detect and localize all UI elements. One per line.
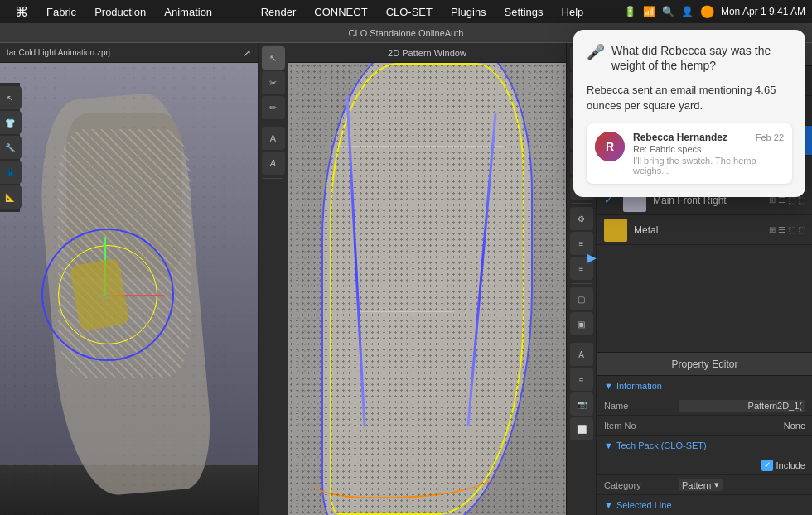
- tool-text-a1[interactable]: A: [262, 127, 285, 150]
- menu-help[interactable]: Help: [553, 4, 592, 20]
- menu-render[interactable]: Render: [253, 4, 305, 20]
- include-label: Include: [776, 460, 805, 470]
- ai-chat-popup: 🎤 What did Rebecca say was the weight of…: [573, 30, 805, 197]
- left-3d-panel: tar Cold Light Animation.zprj ↗: [0, 43, 259, 515]
- chevron-down-icon: ▾: [714, 479, 719, 490]
- rt-box2[interactable]: ▣: [570, 312, 593, 335]
- selected-line-chevron: ▼: [604, 500, 613, 510]
- menu-production[interactable]: Production: [86, 4, 154, 20]
- property-editor: Property Editor ▼ Information Name Patte…: [597, 352, 812, 515]
- vp-tool-wrench[interactable]: 🔧: [0, 136, 22, 159]
- datetime-display: Mon Apr 1 9:41 AM: [721, 6, 805, 17]
- left-panel-header: tar Cold Light Animation.zprj ↗: [0, 43, 258, 63]
- pattern-view[interactable]: [288, 63, 566, 515]
- menu-bar: ⌘ Fabric Production Animation Render CON…: [0, 0, 812, 23]
- menu-plugins[interactable]: Plugins: [442, 4, 495, 20]
- center-2d-panel: ↖ ✂ ✏ A A 2D Pattern Window: [259, 43, 597, 515]
- rt-sq[interactable]: ⬜: [570, 417, 593, 440]
- ai-question-area: 🎤 What did Rebecca say was the weight of…: [587, 43, 792, 73]
- rt-settings[interactable]: ⚙: [570, 207, 593, 230]
- category-value: Pattern: [682, 480, 711, 490]
- menu-closet[interactable]: CLO-SET: [378, 4, 441, 20]
- prop-name-row: Name Pattern2D_1(: [597, 396, 812, 416]
- tool-text-a2[interactable]: A: [262, 152, 285, 175]
- prop-name-label: Name: [604, 401, 679, 411]
- rt-camera[interactable]: 📷: [570, 392, 593, 416]
- thumb-metal: [604, 219, 627, 242]
- obj-icons-5: ⊞☰⬚⬚: [769, 225, 805, 234]
- email-preview: I'll bring the swatch. The hemp weighs..…: [633, 156, 784, 176]
- information-section-header[interactable]: ▼ Information: [597, 376, 812, 396]
- menu-connect[interactable]: CONNECT: [306, 4, 375, 20]
- vp-tool-shirt[interactable]: 👕: [0, 111, 22, 134]
- ai-question-text: What did Rebecca say was the weight of t…: [611, 43, 792, 73]
- email-sender: Rebecca Hernandez: [633, 132, 727, 143]
- pattern-tool-bar-left: ↖ ✂ ✏ A A: [259, 43, 288, 515]
- wifi-icon: 📶: [643, 6, 655, 17]
- menu-settings[interactable]: Settings: [496, 4, 552, 20]
- prop-category-row: Category Pattern ▾: [597, 475, 812, 495]
- selected-line-section-header[interactable]: ▼ Selected Line: [597, 495, 812, 515]
- prop-itemno-label: Item No: [604, 421, 679, 431]
- scene-filename: tar Cold Light Animation.zprj: [7, 48, 110, 57]
- obj-name-metal: Metal: [634, 224, 762, 236]
- info-chevron: ▼: [604, 381, 613, 391]
- prop-itemno-row: Item No None: [597, 416, 812, 436]
- property-editor-header: Property Editor: [597, 353, 812, 376]
- property-editor-title: Property Editor: [671, 359, 737, 370]
- sender-avatar: R: [595, 132, 625, 161]
- include-checkbox[interactable]: ✓: [761, 460, 773, 471]
- techpack-label: Tech Pack (CLO-SET): [616, 440, 707, 450]
- pattern-window-header: 2D Pattern Window: [288, 43, 566, 63]
- techpack-section-header[interactable]: ▼ Tech Pack (CLO-SET): [597, 436, 812, 455]
- menu-animation[interactable]: Animation: [156, 4, 220, 20]
- battery-icon: 🔋: [624, 6, 636, 17]
- selected-line-label: Selected Line: [616, 500, 672, 510]
- prop-name-value: Pattern2D_1(: [679, 400, 805, 412]
- avatar-icon[interactable]: 🟠: [700, 5, 714, 18]
- tool-arrow[interactable]: ↖: [262, 46, 285, 70]
- expand-icon[interactable]: ↗: [243, 47, 251, 59]
- vp-tool-select[interactable]: ↖: [0, 86, 22, 109]
- email-info: Rebecca Hernandez Feb 22 Re: Fabric spec…: [633, 132, 784, 176]
- info-label: Information: [616, 381, 662, 391]
- vp-tool-ruler[interactable]: 📐: [0, 185, 22, 209]
- viewport-tools-left: ↖ 👕 🔧 🧥 📐: [0, 83, 20, 212]
- object-row-metal[interactable]: Metal ⊞☰⬚⬚: [597, 215, 812, 245]
- rt-box1[interactable]: ▢: [570, 287, 593, 310]
- pattern-window-title: 2D Pattern Window: [388, 48, 466, 58]
- tool-pen[interactable]: ✏: [262, 96, 285, 119]
- email-subject: Re: Fabric specs: [633, 144, 784, 154]
- user-icon[interactable]: 👤: [681, 6, 694, 17]
- prop-itemno-value: None: [679, 421, 805, 431]
- search-icon[interactable]: 🔍: [662, 6, 674, 17]
- rt-wave[interactable]: ≈: [570, 368, 593, 391]
- app-title: CLO Standalone OnlineAuth: [349, 28, 464, 38]
- category-dropdown[interactable]: Pattern ▾: [679, 479, 723, 491]
- techpack-chevron: ▼: [604, 440, 613, 450]
- menu-right-area: 🔋 📶 🔍 👤 🟠 Mon Apr 1 9:41 AM: [624, 5, 805, 18]
- menu-fabric[interactable]: Fabric: [38, 4, 85, 20]
- ai-answer-text: Rebecca sent an email mentioning 4.65 ou…: [587, 83, 792, 113]
- ai-email-card[interactable]: R Rebecca Hernandez Feb 22 Re: Fabric sp…: [587, 123, 792, 184]
- prop-include-row: ✓ Include: [597, 455, 812, 475]
- prop-category-label: Category: [604, 480, 679, 490]
- viewport-3d[interactable]: ↖ 👕 🔧 🧥 📐: [0, 63, 258, 515]
- mic-icon: 🎤: [587, 43, 605, 61]
- rt-text[interactable]: A: [570, 343, 593, 366]
- tool-cut[interactable]: ✂: [262, 71, 285, 94]
- menu-apple[interactable]: ⌘: [7, 2, 36, 22]
- vp-tool-garment[interactable]: 🧥: [0, 161, 22, 184]
- email-date: Feb 22: [756, 132, 784, 142]
